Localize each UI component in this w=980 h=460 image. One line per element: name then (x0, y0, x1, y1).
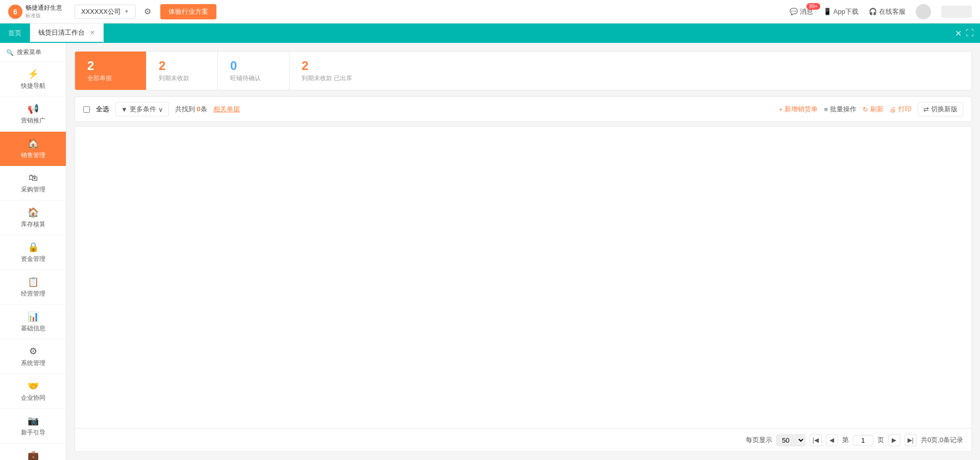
trial-button[interactable]: 体验行业方案 (160, 4, 216, 19)
logo-icon: 6 (8, 5, 22, 19)
sidebar-item-label: 系统管理 (21, 359, 45, 368)
sidebar-item-marketing[interactable]: 📢 营销推广 (0, 97, 66, 132)
stat-card-shipped[interactable]: 2 到期未收款 已出库 (289, 52, 364, 90)
switch-version-button[interactable]: ⇄ 切换新版 (918, 102, 963, 116)
header-right: 💬 消息 99+ 📱 App下载 🎧 在线客服 (790, 4, 972, 19)
sidebar-item-purchase[interactable]: 🛍 采购管理 (0, 166, 66, 201)
quick-nav-icon: ⚡ (28, 68, 39, 80)
tab-close-all-button[interactable]: ✕ (955, 29, 962, 38)
tab-close-icon[interactable]: ✕ (90, 29, 95, 36)
stat-label-pending: 旺铺待确认 (230, 74, 277, 83)
sidebar-item-sales[interactable]: 🏠 销售管理 (0, 132, 66, 166)
print-button[interactable]: 🖨 打印 (890, 105, 912, 114)
sidebar-item-label: 库存核算 (21, 220, 45, 229)
tab-cash-desk[interactable]: 钱货日清工作台 ✕ (30, 23, 104, 43)
page-input[interactable] (853, 435, 873, 446)
sidebar-item-basic-info[interactable]: 📊 基础信息 (0, 305, 66, 340)
logo-text: 畅捷通好生意 标准版 (26, 4, 62, 19)
sidebar-item-operations[interactable]: 📋 经营管理 (0, 270, 66, 305)
filter-chevron-icon: ∨ (158, 106, 163, 113)
sidebar-item-newbie[interactable]: 📷 新手引导 (0, 409, 66, 444)
company-selector[interactable]: XXXXXX公司 ▼ (75, 5, 136, 19)
total-label: 共0页,0条记录 (921, 435, 963, 445)
sidebar-item-label: 采购管理 (21, 185, 45, 194)
sidebar-item-system[interactable]: ⚙ 系统管理 (0, 340, 66, 374)
sidebar-item-label: 企业协同 (21, 394, 45, 402)
tab-bar: 首页 钱货日清工作台 ✕ ✕ ⛶ (0, 23, 980, 43)
content-wrapper: 2 全部单据 2 到期未收款 0 旺铺待确认 2 到期未收款 已出库 (75, 51, 972, 452)
content-area: 2 全部单据 2 到期未收款 0 旺铺待确认 2 到期未收款 已出库 (66, 43, 980, 460)
select-all-checkbox[interactable] (83, 106, 90, 113)
settings-button[interactable]: ⚙ (140, 4, 155, 19)
basic-info-icon: 📊 (28, 311, 39, 322)
tab-cash-desk-label: 钱货日清工作台 (38, 28, 85, 37)
sidebar-item-enterprise[interactable]: 🤝 企业协同 (0, 374, 66, 409)
page-prev-button[interactable]: ◀ (826, 434, 838, 446)
sales-icon: 🏠 (28, 138, 39, 149)
page-first-button[interactable]: |◀ (810, 434, 822, 446)
stat-card-all[interactable]: 2 全部单据 (75, 52, 146, 90)
toolbar-right: + 新增销货单 ≡ 批量操作 ↻ 刷新 🖨 打印 (779, 102, 963, 116)
company-name: XXXXXX公司 (81, 7, 121, 16)
system-icon: ⚙ (29, 346, 37, 357)
switch-icon: ⇄ (923, 106, 929, 113)
print-icon: 🖨 (890, 106, 896, 113)
toolbar: 全选 ▼ 更多条件 ∨ 共找到 0条 相关单据 + 新增销货单 ≡ (75, 96, 972, 122)
page-last-button[interactable]: ▶| (904, 434, 917, 446)
sidebar-item-inventory[interactable]: 🏠 库存核算 (0, 201, 66, 235)
sidebar-item-label: 资金管理 (21, 255, 45, 263)
table-area (75, 126, 972, 429)
logo-area: 6 畅捷通好生意 标准版 (8, 4, 75, 19)
enterprise-icon: 🤝 (28, 380, 39, 392)
tab-home-label: 首页 (8, 29, 21, 38)
switch-label: 切换新版 (931, 105, 958, 114)
stat-card-pending[interactable]: 0 旺铺待确认 (218, 52, 289, 90)
sidebar-search-button[interactable]: 🔍 搜索菜单 (0, 43, 66, 62)
page-size-label: 每页显示 (746, 435, 772, 445)
refresh-button[interactable]: ↻ 刷新 (863, 105, 884, 114)
app-center-icon: 💼 (28, 450, 39, 460)
message-button[interactable]: 💬 消息 99+ (790, 7, 813, 16)
sidebar: 🔍 搜索菜单 ⚡ 快捷导航 📢 营销推广 🏠 销售管理 🛍 采购管理 🏠 库存核… (0, 43, 66, 460)
app-download-button[interactable]: 📱 App下载 (823, 7, 859, 16)
gear-icon: ⚙ (144, 7, 151, 16)
sidebar-item-quick-nav[interactable]: ⚡ 快捷导航 (0, 62, 66, 97)
tab-expand-button[interactable]: ⛶ (966, 29, 974, 38)
batch-operation-button[interactable]: ≡ 批量操作 (824, 105, 856, 114)
stat-number-overdue: 2 (159, 59, 205, 73)
tab-home[interactable]: 首页 (0, 23, 30, 43)
main-layout: 🔍 搜索菜单 ⚡ 快捷导航 📢 营销推广 🏠 销售管理 🛍 采购管理 🏠 库存核… (0, 43, 980, 460)
sidebar-item-label: 销售管理 (21, 151, 45, 160)
page-next-button[interactable]: ▶ (888, 434, 900, 446)
select-all-label: 全选 (96, 105, 109, 114)
finance-icon: 🔒 (28, 241, 39, 253)
refresh-icon: ↻ (863, 106, 868, 113)
filter-button[interactable]: ▼ 更多条件 ∨ (115, 102, 169, 116)
purchase-icon: 🛍 (29, 173, 38, 183)
related-link[interactable]: 相关单据 (213, 105, 240, 114)
avatar[interactable] (916, 4, 931, 19)
inventory-icon: 🏠 (28, 207, 39, 218)
marketing-icon: 📢 (28, 103, 39, 114)
chevron-down-icon: ▼ (124, 9, 129, 14)
online-service-button[interactable]: 🎧 在线客服 (869, 7, 905, 16)
search-icon: 🔍 (6, 49, 14, 56)
top-header: 6 畅捷通好生意 标准版 XXXXXX公司 ▼ ⚙ 体验行业方案 💬 消息 99… (0, 0, 980, 23)
stat-card-overdue[interactable]: 2 到期未收款 (146, 52, 218, 90)
sidebar-item-finance[interactable]: 🔒 资金管理 (0, 235, 66, 270)
stat-number-shipped: 2 (302, 59, 352, 73)
stat-number-all: 2 (87, 59, 134, 73)
sidebar-item-label: 基础信息 (21, 324, 45, 333)
page-unit: 页 (877, 435, 884, 445)
batch-label: 批量操作 (830, 105, 856, 114)
stat-number-pending: 0 (230, 59, 277, 73)
stats-row: 2 全部单据 2 到期未收款 0 旺铺待确认 2 到期未收款 已出库 (75, 51, 972, 90)
add-sales-order-button[interactable]: + 新增销货单 (779, 105, 818, 114)
found-count: 0 (197, 105, 201, 113)
sidebar-item-app-center[interactable]: 💼 应用中心 (0, 444, 66, 460)
newbie-icon: 📷 (28, 415, 39, 426)
search-label: 搜索菜单 (17, 48, 41, 57)
add-label: 新增销货单 (785, 105, 818, 114)
page-size-select[interactable]: 50 100 200 (776, 434, 805, 446)
download-icon: 📱 (823, 8, 831, 15)
